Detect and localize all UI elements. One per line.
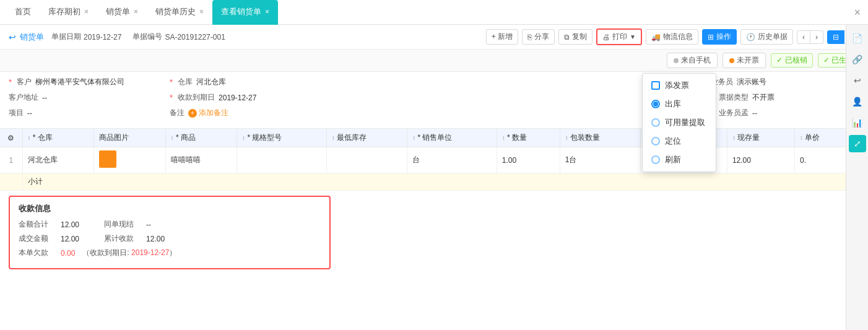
due-date-label: 收款到期日 <box>178 92 215 103</box>
menu-out-stock[interactable]: 出库 <box>643 95 716 113</box>
view-toggle: ‹ › <box>797 30 823 44</box>
available-extract-icon <box>651 118 660 127</box>
unopened-dot <box>729 58 734 63</box>
payment-title: 收款信息 <box>19 203 321 214</box>
tab-inventory-close[interactable]: × <box>84 7 89 16</box>
next-button[interactable]: › <box>810 30 823 44</box>
tab-sales-label: 销货单 <box>106 6 130 17</box>
doc-no: 单据编号 SA-20191227-001 <box>132 32 225 42</box>
payment-deal: 成交金额 12.00 <box>19 233 79 244</box>
mobile-label: 来自手机 <box>681 55 711 66</box>
copy-icon: ⧉ <box>564 33 570 41</box>
doc-icon: ↩ <box>9 32 16 42</box>
share-icon: ⎘ <box>527 33 532 41</box>
tab-bar-close-button[interactable]: × <box>854 6 861 19</box>
history-label: 历史单据 <box>758 32 788 42</box>
mobile-button[interactable]: 来自手机 <box>667 53 718 68</box>
sidebar-user-icon[interactable]: 👤 <box>849 93 866 110</box>
add-button[interactable]: + 新增 <box>486 29 518 45</box>
tab-home-label: 首页 <box>15 6 31 17</box>
print-button[interactable]: 🖨 打印 ▼ <box>596 28 642 45</box>
prev-button[interactable]: ‹ <box>797 30 810 44</box>
tab-view-sales-close[interactable]: × <box>265 7 269 16</box>
tab-bar: 首页 库存期初 × 销货单 × 销货单历史 × 查看销货单 × × <box>0 0 868 25</box>
logistics-icon: 🚚 <box>651 33 661 41</box>
payment-row-2: 成交金额 12.00 累计收款 12.00 <box>19 233 321 244</box>
logistics-button[interactable]: 🚚 物流信息 <box>646 29 698 45</box>
operate-button[interactable]: ⊞ 操作 <box>702 29 737 45</box>
add-note-button[interactable]: + 添加备注 <box>188 108 228 118</box>
row-min-stock <box>326 147 407 173</box>
grid-view-button[interactable]: ⊟ <box>827 30 844 44</box>
menu-add-invoice[interactable]: 添发票 <box>643 76 716 95</box>
menu-locate[interactable]: 定位 <box>643 132 716 150</box>
payment-deal-label: 成交金额 <box>19 233 56 244</box>
address-label: 客户地址 <box>9 92 38 103</box>
table-col-min-stock: ↕ 最低库存 <box>326 129 407 147</box>
row-img <box>94 147 166 173</box>
payment-total-label: 金额合计 <box>19 219 56 230</box>
sidebar-link-icon[interactable]: 🔗 <box>849 51 866 68</box>
menu-add-invoice-label: 添发票 <box>665 80 689 91</box>
form-area: * 客户 柳州粤港平安气体有限公司 * 仓库 河北仓库 业务员 演示账号 客户地… <box>0 72 868 128</box>
payment-total: 金额合计 12.00 <box>19 219 79 230</box>
customer-required: * <box>9 77 12 87</box>
copy-button[interactable]: ⧉ 复制 <box>558 29 592 45</box>
sidebar-doc-icon[interactable]: 📄 <box>849 30 866 47</box>
table-col-qty: ↕ * 数量 <box>497 129 560 147</box>
share-button[interactable]: ⎘ 分享 <box>522 29 555 45</box>
doc-no-value: SA-20191227-001 <box>165 33 225 41</box>
staff2-value: -- <box>752 109 757 118</box>
project-value: -- <box>27 109 32 118</box>
row-unit: 台 <box>407 147 497 173</box>
payment-deal-value: 12.00 <box>61 235 79 243</box>
sidebar-return-icon[interactable]: ↩ <box>849 72 866 89</box>
payment-row-1: 金额合计 12.00 同单现结 -- <box>19 219 321 230</box>
table-col-price: ↕ 单价 <box>794 129 849 147</box>
share-label: 分享 <box>534 32 549 42</box>
project-field: 项目 -- <box>9 108 157 118</box>
tab-inventory-label: 库存期初 <box>48 6 80 17</box>
customer-field: * 客户 柳州粤港平安气体有限公司 <box>9 77 157 87</box>
tab-sales[interactable]: 销货单 × <box>97 0 147 25</box>
address-field: 客户地址 -- <box>9 92 157 103</box>
staff-value: 演示账号 <box>737 77 766 87</box>
ticket-type-field: * 票据类型 不开票 <box>711 92 859 103</box>
checked-tag: ✓ 已核销 <box>771 53 812 67</box>
row-spec <box>237 147 327 173</box>
ticket-type-value: 不开票 <box>752 92 775 103</box>
sidebar-expand-icon[interactable]: ⤢ <box>849 135 866 152</box>
table-col-gear[interactable]: ⚙ <box>0 129 22 147</box>
customer-value: 柳州粤港平安气体有限公司 <box>35 77 124 87</box>
out-stock-dot <box>653 102 658 106</box>
menu-available-extract-label: 可用量提取 <box>665 117 705 128</box>
doc-meta: 单据日期 2019-12-27 单据编号 SA-20191227-001 <box>51 32 225 42</box>
refresh-icon <box>651 155 660 164</box>
row-product: 嘻嘻嘻嘻 <box>165 147 237 173</box>
tab-sales-close[interactable]: × <box>134 7 138 16</box>
menu-available-extract[interactable]: 可用量提取 <box>643 113 716 132</box>
locate-icon <box>651 137 660 145</box>
tab-sales-history[interactable]: 销货单历史 × <box>147 0 212 25</box>
address-value: -- <box>42 93 47 102</box>
doc-header-right: + 新增 ⎘ 分享 ⧉ 复制 🖨 打印 ▼ 🚚 物流信息 <box>486 28 859 45</box>
tab-home[interactable]: 首页 <box>6 0 40 25</box>
menu-refresh[interactable]: 刷新 <box>643 150 716 169</box>
due-date-required: * <box>170 93 173 102</box>
doc-header-left: ↩ 销货单 单据日期 2019-12-27 单据编号 SA-20191227-0… <box>9 32 225 43</box>
staff-field: 业务员 演示账号 <box>711 77 859 87</box>
warehouse-field: * 仓库 河北仓库 <box>170 77 318 87</box>
sidebar-chart-icon[interactable]: 📊 <box>849 114 866 131</box>
subtotal-label: 小计 <box>22 173 868 191</box>
table-wrapper: ⚙ ↕ * 仓库 商品图片 ↕ * 商品 ↕ * 规格型号 ↕ 最低库存 ↕ *… <box>0 128 868 191</box>
payment-info: 收款信息 金额合计 12.00 同单现结 -- 成交金额 12.00 累计收款 <box>9 196 331 269</box>
tab-view-sales[interactable]: 查看销货单 × <box>212 0 278 25</box>
unopened-button[interactable]: 未开票 <box>723 53 766 68</box>
history-button[interactable]: 🕐 历史单据 <box>740 29 793 45</box>
tab-sales-history-close[interactable]: × <box>199 7 204 16</box>
staff2-label: 业务员孟 <box>719 108 749 118</box>
main-content: ↩ 销货单 单据日期 2019-12-27 单据编号 SA-20191227-0… <box>0 25 868 330</box>
right-sidebar: 📄 🔗 ↩ 👤 📊 ⤢ <box>846 25 868 330</box>
tab-inventory[interactable]: 库存期初 × <box>40 0 97 25</box>
payment-cumulative: 累计收款 12.00 <box>104 233 165 244</box>
